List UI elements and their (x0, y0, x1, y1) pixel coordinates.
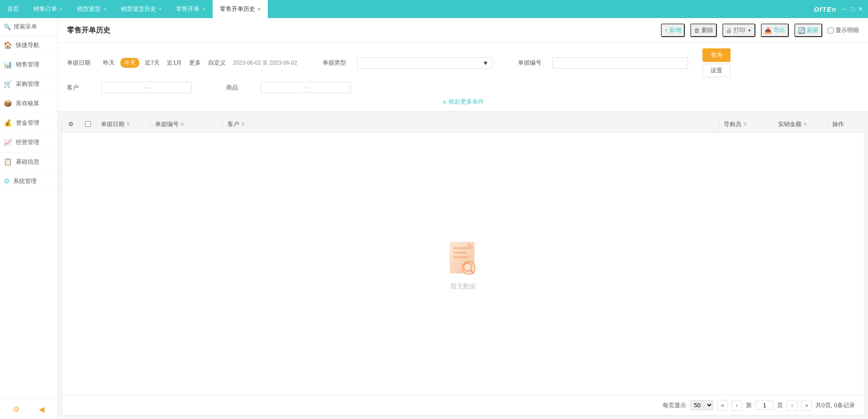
sidebar-item-basic-info-label: 基础信息 (16, 158, 39, 166)
next-page-btn[interactable]: › (787, 400, 797, 411)
nav-tab-home[interactable]: 首页 (0, 0, 26, 18)
th-customer-sort-icon[interactable]: ⇅ (241, 122, 245, 127)
refresh-button[interactable]: 🔄 刷新 (794, 24, 822, 37)
order-type-dropdown-icon: ▼ (483, 60, 489, 66)
print-dropdown-icon: ▼ (747, 28, 752, 33)
sidebar-item-quick-nav-label: 快捷导航 (16, 41, 39, 49)
sidebar-search-label: 搜索采单 (14, 23, 37, 31)
date-opt-last7days[interactable]: 近7天 (143, 58, 161, 68)
date-range-text: 2023-06-02 至 2023-06-02 (233, 59, 297, 67)
th-guide-label: 导购员 (724, 120, 741, 128)
export-label: 导出 (773, 26, 785, 34)
sidebar-item-purchase-mgmt[interactable]: 🛒 采购管理 (0, 75, 57, 94)
th-order-no-sort-icon[interactable]: ⇅ (180, 122, 184, 127)
sidebar-item-sales-mgmt[interactable]: 📊 销售管理 (0, 55, 57, 75)
window-min[interactable]: － (840, 5, 847, 14)
page-after-label: 页 (777, 401, 783, 410)
th-amount[interactable]: 实销金额 ⇅ (773, 116, 828, 132)
purchase-icon: 🛒 (4, 80, 12, 88)
nav-tab-sales-order-close[interactable]: × (60, 6, 62, 12)
content-area: 零售开单历史 + 新增 🗑 删除 🖨 打印 ▼ 📤 导出 🔄 (58, 18, 868, 419)
show-detail-checkbox[interactable]: 显示明细 (828, 26, 859, 34)
per-page-select[interactable]: 50 10 20 100 (690, 400, 713, 410)
th-guide[interactable]: 导购员 ⇅ (719, 116, 773, 132)
th-date-sort-icon[interactable]: ⇅ (126, 122, 130, 127)
sidebar-item-basic-info[interactable]: 📋 基础信息 (0, 152, 57, 172)
th-date[interactable]: 单据日期 ⇅ (96, 116, 151, 132)
th-order-no-label: 单据编号 (155, 120, 179, 128)
last-page-btn[interactable]: » (801, 400, 812, 411)
product-input[interactable]: ··· (261, 82, 351, 93)
page-number-input[interactable]: 1 (755, 400, 773, 410)
query-button[interactable]: 查询 (702, 48, 730, 62)
first-page-btn[interactable]: « (717, 400, 728, 411)
date-opt-custom[interactable]: 自定义 (206, 58, 228, 68)
settings-col-icon: ⚙ (68, 121, 74, 127)
th-checkbox[interactable] (80, 116, 96, 132)
nav-tab-sales-return-history-close[interactable]: × (159, 6, 161, 12)
collapse-icon: ∧ (442, 99, 447, 105)
prev-page-btn[interactable]: ‹ (731, 400, 742, 411)
nav-tab-retail-open-history-close[interactable]: × (258, 6, 261, 12)
empty-state: 暂无数据 (62, 133, 864, 395)
date-opt-today[interactable]: 今天 (120, 58, 139, 68)
collapse-row[interactable]: ∧ 收起更多条件 (67, 98, 859, 106)
filter-row-1: 单据日期 昨天 今天 近7天 近1月 更多 自定义 2023-06-02 至 2… (67, 48, 859, 77)
nav-tab-sales-return-close[interactable]: × (103, 6, 106, 12)
main-layout: 🔍 搜索采单 🏠 快捷导航 📊 销售管理 🛒 采购管理 📦 库存核算 💰 资金管… (0, 18, 868, 419)
top-nav-right: OfTEn － □ × (814, 5, 868, 14)
window-max[interactable]: □ (851, 5, 854, 13)
sidebar-item-inventory-label: 库存核算 (16, 99, 39, 108)
th-settings[interactable]: ⚙ (62, 116, 80, 132)
date-opt-more[interactable]: 更多 (187, 58, 203, 68)
show-detail-input[interactable] (828, 28, 834, 33)
nav-tab-retail-open-history[interactable]: 零售开单历史 × (213, 0, 268, 18)
nav-tab-retail-open-history-label: 零售开单历史 (220, 5, 255, 13)
th-order-no[interactable]: 单据编号 ⇅ (151, 116, 223, 132)
empty-text: 暂无数据 (451, 282, 476, 291)
print-icon: 🖨 (726, 27, 732, 34)
sys-mgmt-icon: ⚙ (4, 177, 9, 185)
th-customer-label: 客户 (228, 120, 239, 128)
date-opt-yesterday[interactable]: 昨天 (101, 58, 117, 68)
pagination: 每页显示 50 10 20 100 « ‹ 第 1 页 › » 共0页, 0条记… (62, 395, 864, 415)
sidebar-item-quick-nav[interactable]: 🏠 快捷导航 (0, 36, 57, 55)
nav-tab-sales-return-history-label: 销货退货历史 (121, 5, 156, 13)
print-button[interactable]: 🖨 打印 ▼ (722, 24, 755, 37)
sidebar-search[interactable]: 🔍 搜索采单 (0, 18, 57, 36)
th-guide-sort-icon[interactable]: ⇅ (743, 122, 747, 127)
th-date-label: 单据日期 (101, 120, 124, 128)
settings-button[interactable]: 设置 (702, 64, 730, 77)
th-customer[interactable]: 客户 ⇅ (223, 116, 719, 132)
customer-input[interactable]: ··· (101, 82, 192, 93)
sidebar-item-operations[interactable]: 📈 经营管理 (0, 133, 57, 152)
collapse-arrow-icon[interactable]: ◀ (39, 405, 44, 414)
date-opt-last1month[interactable]: 近1月 (165, 58, 184, 68)
table-area: ⚙ 单据日期 ⇅ 单据编号 ⇅ 客户 ⇅ 导购员 (62, 115, 864, 415)
page-header: 零售开单历史 + 新增 🗑 删除 🖨 打印 ▼ 📤 导出 🔄 (58, 18, 868, 43)
sidebar-item-finance[interactable]: 💰 资金管理 (0, 113, 57, 133)
nav-tab-retail-open-close[interactable]: × (202, 6, 205, 12)
nav-tab-sales-order[interactable]: 销售订单 × (26, 0, 70, 18)
nav-tab-sales-return[interactable]: 销货退货 × (70, 0, 113, 18)
delete-button[interactable]: 🗑 删除 (690, 24, 717, 37)
customer-label: 客户 (67, 84, 94, 92)
page-title: 零售开单历史 (67, 26, 110, 35)
order-no-input[interactable] (552, 57, 688, 69)
nav-tab-sales-order-label: 销售订单 (33, 5, 57, 13)
order-type-label: 单据类型 (323, 59, 350, 67)
nav-tab-retail-open[interactable]: 零售开单 × (169, 0, 212, 18)
sidebar-item-sys-mgmt[interactable]: ⚙ 系统管理 (0, 172, 57, 191)
gear-icon[interactable]: ⚙ (13, 405, 19, 414)
delete-label: 删除 (702, 26, 713, 34)
select-all-checkbox[interactable] (85, 121, 91, 127)
sidebar-bottom: ⚙ ◀ (0, 399, 57, 419)
order-type-select[interactable]: ▼ (357, 57, 493, 69)
nav-tab-sales-return-history[interactable]: 销货退货历史 × (114, 0, 169, 18)
export-button[interactable]: 📤 导出 (761, 24, 789, 37)
window-close[interactable]: × (859, 5, 863, 13)
sidebar-item-inventory[interactable]: 📦 库存核算 (0, 94, 57, 113)
add-button[interactable]: + 新增 (661, 24, 685, 37)
th-amount-sort-icon[interactable]: ⇅ (803, 122, 807, 127)
inventory-icon: 📦 (4, 99, 12, 108)
